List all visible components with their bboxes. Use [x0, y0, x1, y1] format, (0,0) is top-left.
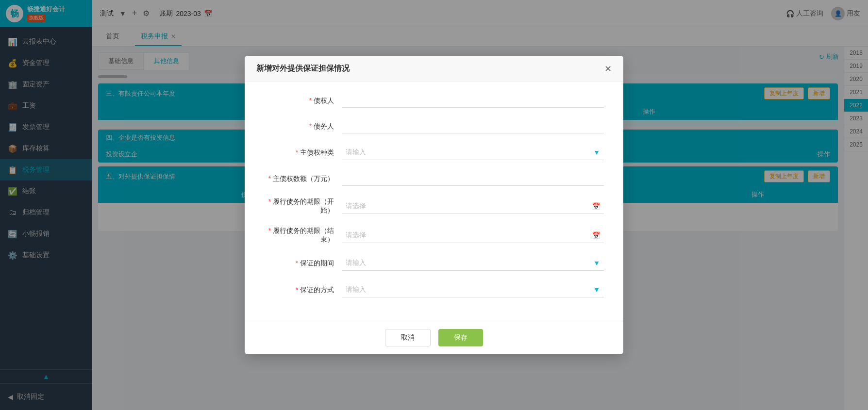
debt-amount-label: * 主债权数额（万元） — [264, 175, 342, 183]
modal-dialog: 新增对外提供保证担保情况 ✕ * 债权人 * 债务人 — [245, 56, 623, 354]
debt-type-placeholder: 请输入 — [346, 148, 593, 157]
end-date-picker[interactable]: 请选择 📅 — [342, 228, 604, 243]
form-row-end-date: * 履行债务的期限（结束） 请选择 📅 — [264, 227, 604, 244]
start-date-placeholder: 请选择 — [346, 202, 592, 211]
chevron-down-icon-2: ▼ — [593, 259, 600, 267]
debtor-input[interactable] — [342, 119, 604, 133]
creditor-input[interactable] — [342, 94, 604, 108]
modal-header: 新增对外提供保证担保情况 ✕ — [245, 56, 623, 82]
form-row-creditor: * 债权人 — [264, 94, 604, 108]
end-date-label: * 履行债务的期限（结束） — [264, 227, 342, 244]
guarantee-period-placeholder: 请输入 — [346, 259, 593, 267]
end-date-placeholder: 请选择 — [346, 231, 592, 240]
creditor-label: * 债权人 — [264, 97, 342, 105]
form-row-guarantee-period: * 保证的期间 请输入 ▼ — [264, 256, 604, 271]
guarantee-period-label: * 保证的期间 — [264, 259, 342, 268]
form-row-debt-type: * 主债权种类 请输入 ▼ — [264, 145, 604, 160]
debt-amount-input[interactable] — [342, 172, 604, 186]
modal-footer: 取消 保存 — [245, 321, 623, 354]
chevron-down-icon: ▼ — [593, 148, 600, 156]
form-row-debt-amount: * 主债权数额（万元） — [264, 172, 604, 186]
debt-type-label: * 主债权种类 — [264, 148, 342, 157]
cancel-button[interactable]: 取消 — [385, 329, 431, 346]
modal-title: 新增对外提供保证担保情况 — [256, 64, 350, 74]
form-row-start-date: * 履行债务的期限（开始） 请选择 📅 — [264, 197, 604, 215]
modal-close-button[interactable]: ✕ — [604, 65, 612, 73]
modal-overlay: 新增对外提供保证担保情况 ✕ * 债权人 * 债务人 — [0, 0, 868, 410]
form-row-debtor: * 债务人 — [264, 119, 604, 133]
start-date-picker[interactable]: 请选择 📅 — [342, 199, 604, 214]
guarantee-method-placeholder: 请输入 — [346, 285, 593, 294]
calendar-icon-start: 📅 — [592, 202, 600, 210]
save-button[interactable]: 保存 — [438, 329, 483, 346]
guarantee-period-select[interactable]: 请输入 ▼ — [342, 256, 604, 271]
guarantee-method-label: * 保证的方式 — [264, 286, 342, 295]
form-row-guarantee-method: * 保证的方式 请输入 ▼ — [264, 282, 604, 297]
chevron-down-icon-3: ▼ — [593, 286, 600, 294]
calendar-icon-end: 📅 — [592, 231, 600, 239]
modal-body: * 债权人 * 债务人 * 主债权种类 请输入 — [245, 82, 623, 321]
guarantee-method-select[interactable]: 请输入 ▼ — [342, 282, 604, 297]
start-date-label: * 履行债务的期限（开始） — [264, 197, 342, 215]
debtor-label: * 债务人 — [264, 122, 342, 131]
debt-type-select[interactable]: 请输入 ▼ — [342, 145, 604, 160]
